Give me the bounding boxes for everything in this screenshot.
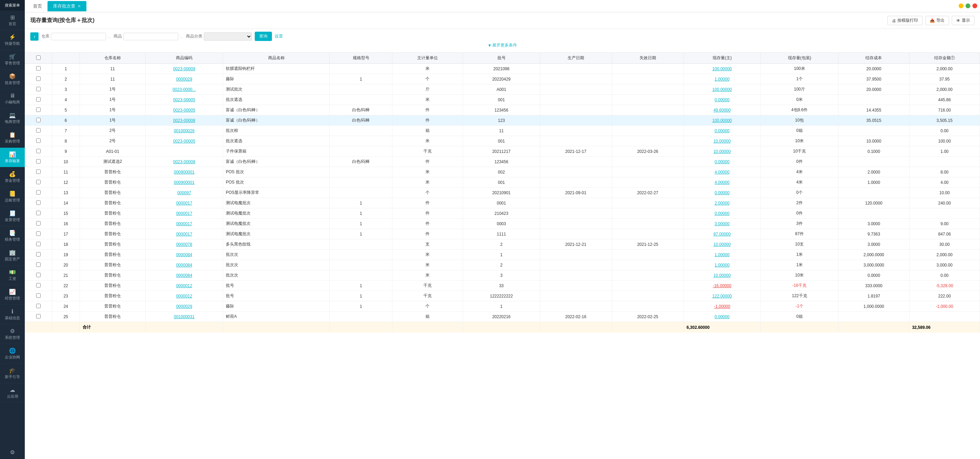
row-qty[interactable]: 1.00000 xyxy=(684,260,760,270)
row-qty[interactable]: 10.00000 xyxy=(684,239,760,250)
row-select-checkbox[interactable] xyxy=(36,76,41,81)
row-qty[interactable]: 0.00000 xyxy=(684,157,760,167)
row-qty[interactable]: 2.00000 xyxy=(684,198,760,208)
row-select-checkbox[interactable] xyxy=(36,252,41,257)
sidebar-settings-btn[interactable]: ⚙ xyxy=(0,446,25,459)
row-select-checkbox[interactable] xyxy=(36,169,41,174)
select-all-checkbox[interactable] xyxy=(36,56,41,60)
row-qty[interactable]: 1.00000 xyxy=(684,250,760,260)
sidebar-logo[interactable]: 搜索菜单 xyxy=(0,0,25,11)
row-select-checkbox[interactable] xyxy=(36,128,41,132)
row-select-checkbox[interactable] xyxy=(36,283,41,287)
sidebar-item-tax[interactable]: 📑 税务管理 xyxy=(0,226,25,246)
row-qty[interactable]: 3.00000 xyxy=(684,219,760,229)
row-code[interactable]: 0000012 xyxy=(146,280,223,291)
row-qty[interactable]: 122.00000 xyxy=(684,291,760,301)
row-select-checkbox[interactable] xyxy=(36,314,41,319)
warehouse-input[interactable] xyxy=(51,33,106,40)
row-code[interactable]: 0000017 xyxy=(146,208,223,219)
row-qty[interactable]: 1.00000 xyxy=(684,74,760,84)
row-select-checkbox[interactable] xyxy=(36,304,41,308)
row-select-checkbox[interactable] xyxy=(36,262,41,267)
row-qty[interactable]: 4.00000 xyxy=(684,167,760,177)
row-select-checkbox[interactable] xyxy=(36,159,41,164)
sidebar-item-assets[interactable]: 🏢 固定资产 xyxy=(0,246,25,266)
sidebar-item-finance[interactable]: 💰 资金管理 xyxy=(0,167,25,187)
row-code[interactable]: 0000084 xyxy=(146,250,223,260)
sidebar-item-salary[interactable]: 💵 工资 xyxy=(0,266,25,285)
row-code[interactable]: 0023-0000... xyxy=(146,84,223,95)
row-select-checkbox[interactable] xyxy=(36,201,41,205)
row-qty[interactable]: 87.00000 xyxy=(684,229,760,239)
row-qty[interactable]: 0.00000 xyxy=(684,312,760,322)
row-select-checkbox[interactable] xyxy=(36,149,41,153)
row-qty[interactable]: 100.00000 xyxy=(684,64,760,74)
window-minimize-btn[interactable] xyxy=(959,3,964,8)
row-qty[interactable]: 10.00000 xyxy=(684,136,760,147)
sidebar-item-quicknav[interactable]: ⚡ 快捷导航 xyxy=(0,30,25,50)
tab-inventory-batch[interactable]: 库存批次查 ✕ xyxy=(48,1,86,11)
row-code[interactable] xyxy=(146,147,223,157)
row-select-checkbox[interactable] xyxy=(36,107,41,112)
search-btn[interactable]: 查询 xyxy=(255,32,272,41)
sidebar-item-purchase[interactable]: 📋 采购管理 xyxy=(0,128,25,148)
row-qty[interactable]: 100.00000 xyxy=(684,84,760,95)
row-qty[interactable]: 0.00000 xyxy=(684,208,760,219)
row-code[interactable]: 0000029 xyxy=(146,301,223,312)
sidebar-item-retail[interactable]: 🛒 零售管理 xyxy=(0,50,25,70)
row-code[interactable]: 0023-00008 xyxy=(146,157,223,167)
sidebar-item-system[interactable]: ⚙ 系统管理 xyxy=(0,324,25,344)
sidebar-item-basic-info[interactable]: ℹ 基础信息 xyxy=(0,305,25,324)
sidebar-item-collab[interactable]: 🌐 企业协网 xyxy=(0,344,25,363)
row-code[interactable]: 0023-00008 xyxy=(146,115,223,126)
row-code[interactable]: 0023-00009 xyxy=(146,64,223,74)
row-code[interactable]: 0023-00005 xyxy=(146,136,223,147)
row-select-checkbox[interactable] xyxy=(36,139,41,143)
sidebar-item-inventory[interactable]: 📊 库存核算 xyxy=(0,148,25,167)
sidebar-item-management[interactable]: 📈 经营管理 xyxy=(0,285,25,305)
settings-link[interactable]: 设置 xyxy=(275,33,283,39)
row-code[interactable]: 0000084 xyxy=(146,270,223,280)
row-code[interactable]: 001000026 xyxy=(146,126,223,136)
row-qty[interactable]: 100.00000 xyxy=(684,115,760,126)
row-qty[interactable]: 0.00000 xyxy=(684,95,760,105)
sidebar-item-invoice[interactable]: 🧾 发票管理 xyxy=(0,207,25,226)
row-code[interactable]: 000900001 xyxy=(146,167,223,177)
sidebar-item-ecommerce-small[interactable]: 🖥 小融电商 xyxy=(0,89,25,108)
display-btn[interactable]: 👁 显示 xyxy=(952,16,975,25)
category-select[interactable] xyxy=(204,32,252,41)
row-code[interactable]: 0000084 xyxy=(146,260,223,270)
row-code[interactable]: 000097 xyxy=(146,188,223,198)
print-btn[interactable]: 🖨 按模版打印 xyxy=(888,16,923,25)
row-code[interactable]: 0000017 xyxy=(146,219,223,229)
tab-close-btn[interactable]: ✕ xyxy=(78,4,81,9)
row-select-checkbox[interactable] xyxy=(36,190,41,194)
row-select-checkbox[interactable] xyxy=(36,242,41,246)
row-code[interactable]: 0023-00005 xyxy=(146,95,223,105)
expand-more-btn[interactable]: ▼ 展开更多条件 xyxy=(488,42,517,48)
row-qty[interactable]: 49.60000 xyxy=(684,105,760,115)
tab-home[interactable]: 首页 xyxy=(27,1,48,11)
row-qty[interactable]: 4.00000 xyxy=(684,177,760,188)
sidebar-item-ledger[interactable]: 📒 总账管理 xyxy=(0,187,25,207)
sidebar-item-cloud[interactable]: ☁ 云应用 xyxy=(0,383,25,403)
row-select-checkbox[interactable] xyxy=(36,273,41,277)
row-code[interactable]: 0000017 xyxy=(146,229,223,239)
window-close-btn[interactable] xyxy=(972,3,977,8)
sidebar-item-guide[interactable]: 🎓 新手引导 xyxy=(0,363,25,383)
row-select-checkbox[interactable] xyxy=(36,180,41,184)
row-select-checkbox[interactable] xyxy=(36,221,41,226)
row-code[interactable]: 0000017 xyxy=(146,198,223,208)
sidebar-item-ecommerce[interactable]: 💻 电商管理 xyxy=(0,108,25,128)
export-btn[interactable]: 📤 导出 xyxy=(925,16,949,25)
row-select-checkbox[interactable] xyxy=(36,97,41,102)
row-select-checkbox[interactable] xyxy=(36,293,41,298)
row-qty[interactable]: -16.00000 xyxy=(684,280,760,291)
row-qty[interactable]: 10.00000 xyxy=(684,270,760,280)
row-code[interactable]: 0000029 xyxy=(146,74,223,84)
row-qty[interactable]: 0.00000 xyxy=(684,126,760,136)
row-select-checkbox[interactable] xyxy=(36,66,41,70)
sidebar-item-wholesale[interactable]: 📦 批发管理 xyxy=(0,70,25,89)
product-input[interactable] xyxy=(123,33,178,40)
row-code[interactable]: 000900001 xyxy=(146,177,223,188)
